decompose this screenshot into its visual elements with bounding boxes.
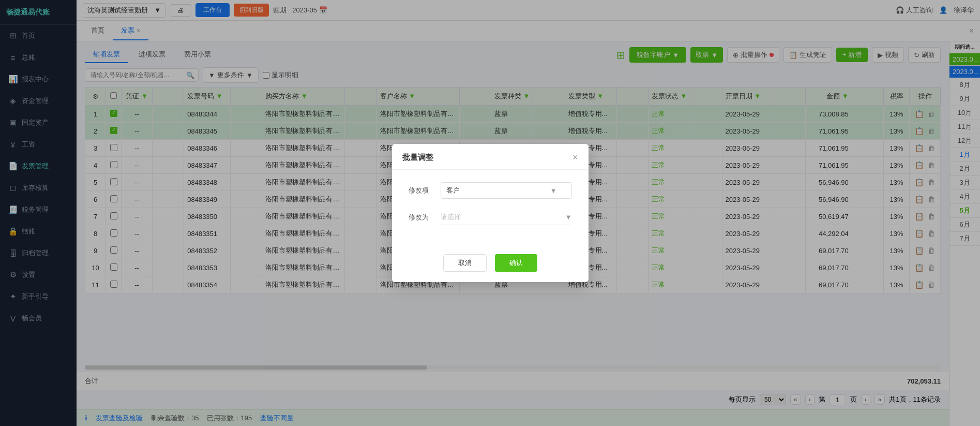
field-value: 客户 bbox=[446, 186, 460, 195]
change-dropdown-icon: ▼ bbox=[565, 213, 572, 221]
modal-overlay: 批量调整 × 修改项 客户 ▼ 修改为 请选择 ▼ 取消 确认 bbox=[0, 0, 980, 426]
field-label: 修改项 bbox=[409, 186, 434, 195]
field-select[interactable]: 客户 ▼ bbox=[441, 182, 572, 199]
batch-adjust-modal: 批量调整 × 修改项 客户 ▼ 修改为 请选择 ▼ 取消 确认 bbox=[392, 144, 589, 282]
modal-footer: 取消 确认 bbox=[392, 248, 589, 282]
change-label: 修改为 bbox=[409, 213, 434, 222]
change-row: 修改为 请选择 ▼ bbox=[409, 209, 572, 225]
change-select[interactable]: 请选择 ▼ bbox=[441, 209, 572, 225]
change-placeholder: 请选择 bbox=[441, 212, 461, 222]
modal-title: 批量调整 bbox=[402, 153, 433, 163]
modal-body: 修改项 客户 ▼ 修改为 请选择 ▼ bbox=[392, 170, 589, 248]
modal-header: 批量调整 × bbox=[392, 144, 589, 170]
field-row: 修改项 客户 ▼ bbox=[409, 182, 572, 199]
modal-close-icon[interactable]: × bbox=[572, 152, 578, 163]
field-dropdown-icon: ▼ bbox=[550, 187, 557, 195]
confirm-button[interactable]: 确认 bbox=[495, 254, 537, 272]
cancel-button[interactable]: 取消 bbox=[443, 254, 487, 272]
